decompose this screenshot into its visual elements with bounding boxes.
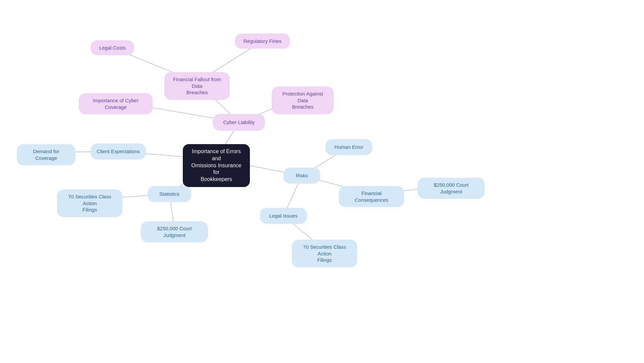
node-statistics[interactable]: Statistics: [148, 186, 191, 202]
node-protection-data[interactable]: Protection Against Data Breaches: [272, 86, 334, 114]
node-legal-issues[interactable]: Legal Issues: [260, 208, 307, 224]
node-cyber-liability[interactable]: Cyber Liability: [213, 114, 265, 131]
node-client-expectations[interactable]: Client Expectations: [91, 143, 146, 160]
node-regulatory-fines[interactable]: Regulatory Fines: [235, 34, 290, 49]
node-securities-legal[interactable]: 70 Securities Class Action Filings: [292, 240, 357, 267]
node-risks[interactable]: Risks: [283, 168, 320, 184]
node-center[interactable]: Importance of Errors and Omissions Insur…: [183, 144, 250, 187]
node-financial-consequences[interactable]: Financial Consequences: [339, 186, 404, 207]
node-court-judgment-stats[interactable]: $250,000 Court Judgment: [141, 221, 208, 242]
node-human-error[interactable]: Human Error: [325, 139, 372, 155]
node-financial-fallout[interactable]: Financial Fallout from Data Breaches: [164, 72, 230, 100]
node-importance-cyber[interactable]: Importance of Cyber Coverage: [79, 93, 153, 114]
node-court-judgment-risks[interactable]: $250,000 Court Judgment: [418, 178, 485, 199]
node-securities-stats[interactable]: 70 Securities Class Action Filings: [57, 189, 122, 217]
node-legal-costs[interactable]: Legal Costs: [91, 40, 134, 55]
mindmap-container: Importance of Errors and Omissions Insur…: [0, 0, 644, 363]
node-demand-coverage[interactable]: Demand for Coverage: [17, 144, 75, 165]
